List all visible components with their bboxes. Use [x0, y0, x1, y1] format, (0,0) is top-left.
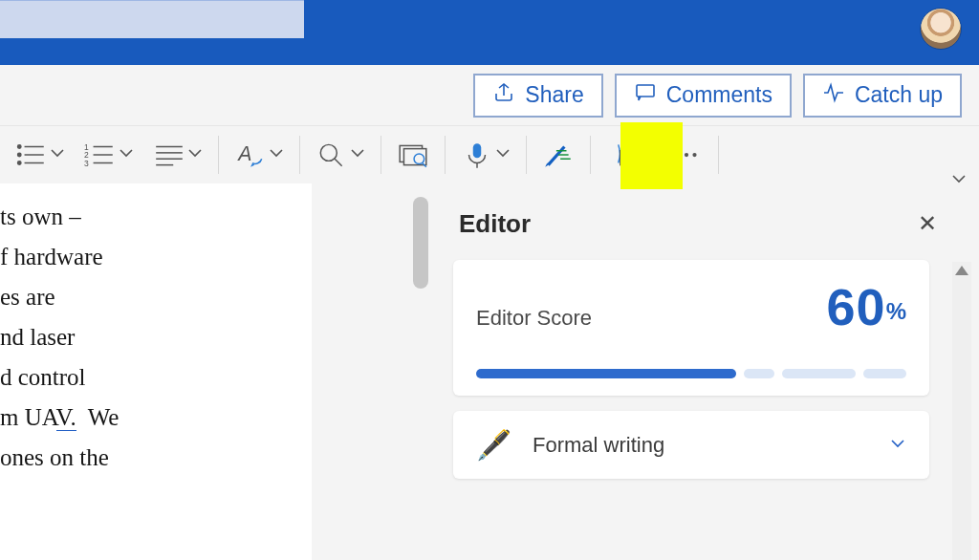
score-progress — [476, 369, 906, 378]
pen-icon: 🖋️ — [476, 428, 511, 462]
score-label: Editor Score — [476, 306, 592, 331]
svg-point-5 — [18, 162, 21, 164]
activity-icon — [822, 81, 845, 110]
svg-point-18 — [320, 144, 337, 161]
svg-text:A: A — [236, 142, 251, 165]
progress-segment — [744, 369, 774, 378]
panel-scrollbar[interactable] — [952, 262, 971, 560]
writing-style-label: Formal writing — [533, 433, 868, 458]
comment-icon — [634, 81, 657, 110]
separator — [299, 136, 300, 174]
editor-button[interactable] — [533, 132, 584, 178]
chevron-down-icon — [119, 146, 134, 163]
svg-point-3 — [18, 153, 21, 156]
separator — [718, 136, 719, 174]
editor-highlight — [620, 122, 683, 189]
align-button[interactable] — [143, 132, 212, 178]
chevron-down-icon — [350, 146, 365, 163]
document-scrollbar-thumb[interactable] — [413, 197, 428, 289]
close-panel-button[interactable]: ✕ — [908, 205, 946, 243]
chevron-down-icon — [187, 146, 203, 163]
workspace: ts own – f hardware es are nd laser d co… — [0, 183, 979, 560]
separator — [218, 136, 219, 174]
text-line: m UAV. We — [0, 398, 312, 438]
share-button[interactable]: Share — [473, 74, 602, 118]
svg-text:3: 3 — [84, 159, 89, 168]
share-icon — [492, 81, 515, 110]
action-row: Share Comments Catch up — [0, 65, 979, 126]
editor-panel: Editor ✕ Editor Score 60% 🖋️ Formal writ… — [436, 183, 979, 560]
progress-segment — [782, 369, 856, 378]
score-value: 60 — [827, 278, 886, 335]
catch-up-label: Catch up — [855, 82, 943, 108]
document-title-field[interactable] — [0, 0, 304, 38]
chevron-down-icon — [495, 146, 511, 163]
chevron-down-icon — [269, 146, 284, 163]
user-avatar[interactable] — [920, 8, 962, 50]
separator — [381, 136, 381, 174]
bulleted-list-button[interactable] — [6, 132, 75, 178]
svg-point-32 — [692, 153, 696, 157]
share-label: Share — [525, 82, 583, 108]
text-line: es are — [0, 277, 312, 317]
separator — [590, 136, 591, 174]
separator — [526, 136, 527, 174]
progress-segment-filled — [476, 369, 736, 378]
numbered-list-button[interactable]: 123 — [75, 132, 143, 178]
text-line: ts own – — [0, 197, 312, 237]
chevron-down-icon — [50, 146, 65, 163]
title-bar — [0, 0, 979, 65]
svg-point-31 — [685, 153, 688, 157]
editor-score-card[interactable]: Editor Score 60% — [453, 260, 929, 396]
close-icon: ✕ — [918, 210, 937, 236]
svg-line-19 — [335, 159, 341, 165]
document-canvas[interactable]: ts own – f hardware es are nd laser d co… — [0, 183, 436, 560]
comments-button[interactable]: Comments — [615, 74, 792, 118]
writing-style-selector[interactable]: 🖋️ Formal writing — [453, 411, 929, 479]
text-line: ones on the — [0, 438, 312, 478]
svg-rect-24 — [473, 143, 482, 158]
text-line: d control — [0, 357, 312, 398]
catch-up-button[interactable]: Catch up — [803, 74, 962, 118]
separator — [445, 136, 446, 174]
ribbon-toolbar: 123 A — [0, 126, 979, 183]
scroll-up-arrow-icon — [955, 266, 968, 275]
immersive-reader-button[interactable] — [387, 132, 439, 178]
clear-formatting-button[interactable]: A — [225, 132, 294, 178]
dictate-button[interactable] — [451, 132, 520, 178]
progress-segment — [863, 369, 906, 378]
svg-rect-0 — [637, 85, 654, 97]
comments-label: Comments — [666, 82, 772, 108]
score-percent: % — [886, 298, 906, 324]
find-button[interactable] — [306, 132, 375, 178]
panel-title: Editor — [459, 209, 531, 239]
svg-point-1 — [18, 145, 21, 148]
text-line: f hardware — [0, 237, 312, 277]
text-line: nd laser — [0, 317, 312, 357]
chevron-down-icon — [889, 437, 906, 454]
